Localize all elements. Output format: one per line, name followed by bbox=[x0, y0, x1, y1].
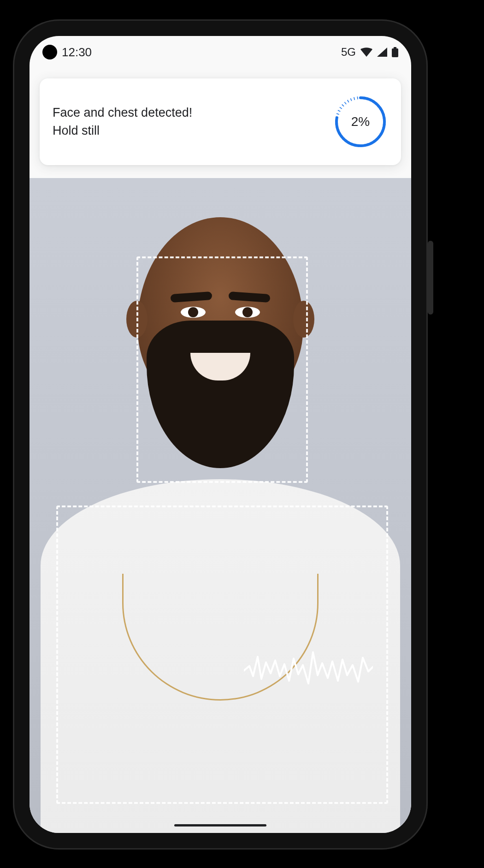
front-camera-hole bbox=[42, 45, 57, 59]
detection-status-line2: Hold still bbox=[53, 122, 322, 140]
face-detection-box bbox=[136, 256, 308, 483]
detection-status-card: Face and chest detected! Hold still 2% bbox=[40, 78, 401, 165]
phone-frame: 12:30 5G bbox=[13, 19, 428, 850]
battery-icon bbox=[392, 47, 398, 57]
svg-rect-0 bbox=[394, 47, 396, 48]
status-time: 12:30 bbox=[62, 45, 92, 59]
header-area: Face and chest detected! Hold still 2% bbox=[30, 68, 411, 178]
vitals-waveform bbox=[244, 643, 373, 689]
scan-progress-ring: 2% bbox=[333, 94, 388, 149]
camera-feed[interactable] bbox=[30, 178, 411, 833]
scan-progress-percent: 2% bbox=[333, 94, 388, 149]
detection-status-text: Face and chest detected! Hold still bbox=[53, 104, 322, 140]
cellular-signal-icon bbox=[377, 48, 387, 57]
home-indicator[interactable] bbox=[174, 824, 266, 826]
status-bar: 12:30 5G bbox=[30, 36, 411, 68]
status-icons: 5G bbox=[341, 46, 398, 59]
svg-rect-1 bbox=[392, 48, 398, 57]
detection-status-line1: Face and chest detected! bbox=[53, 104, 322, 122]
phone-screen: 12:30 5G bbox=[30, 36, 411, 833]
background-noise bbox=[429, 0, 484, 868]
network-type-label: 5G bbox=[341, 46, 356, 59]
wifi-icon bbox=[360, 48, 372, 57]
